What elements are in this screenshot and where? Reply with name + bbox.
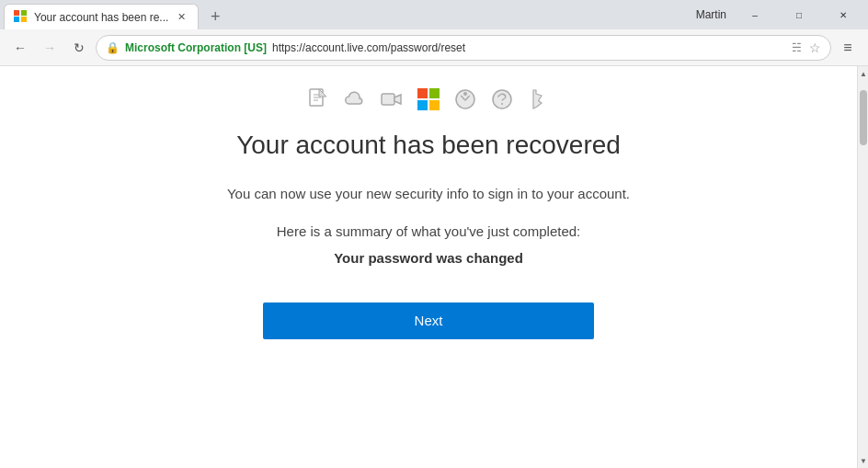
page-heading: Your account has been recovered bbox=[171, 129, 686, 162]
menu-button[interactable]: ≡ bbox=[835, 35, 861, 61]
close-button[interactable]: ✕ bbox=[822, 0, 864, 29]
minimize-button[interactable]: – bbox=[734, 0, 776, 29]
reload-button[interactable]: ↻ bbox=[66, 35, 92, 61]
maximize-button[interactable]: □ bbox=[778, 0, 820, 29]
browser-window: Your account has been re... ✕ + Martin –… bbox=[0, 0, 868, 468]
svg-rect-2 bbox=[382, 94, 394, 105]
url-display: https://account.live.com/password/reset bbox=[272, 41, 786, 54]
cast-icon[interactable]: ☵ bbox=[792, 41, 802, 54]
tab-close-button[interactable]: ✕ bbox=[174, 10, 188, 25]
ms-icons-bar bbox=[307, 66, 550, 129]
svg-point-6 bbox=[493, 90, 511, 108]
scrollbar[interactable]: ▲ ▼ bbox=[857, 66, 868, 468]
svg-marker-3 bbox=[394, 95, 401, 104]
back-button[interactable]: ← bbox=[7, 35, 33, 61]
scroll-down-arrow[interactable]: ▼ bbox=[858, 453, 868, 468]
security-label: Microsoft Corporation [US] bbox=[125, 41, 267, 54]
user-area: Martin bbox=[689, 8, 734, 21]
video-icon bbox=[381, 88, 403, 110]
password-changed-label: Your password was changed bbox=[171, 250, 686, 266]
tab-area: Your account has been re... ✕ + bbox=[4, 0, 689, 29]
window-controls: – □ ✕ bbox=[734, 0, 868, 29]
scroll-thumb[interactable] bbox=[860, 90, 867, 145]
page-area: Your account has been recovered You can … bbox=[0, 66, 868, 468]
next-button[interactable]: Next bbox=[263, 302, 594, 339]
bookmark-icon[interactable]: ☆ bbox=[809, 40, 821, 55]
xbox-icon bbox=[454, 88, 476, 110]
tab-title: Your account has been re... bbox=[34, 11, 168, 24]
windows-logo-icon bbox=[417, 88, 440, 110]
tab-favicon bbox=[14, 10, 29, 25]
cloud-icon bbox=[344, 88, 366, 110]
forward-button[interactable]: → bbox=[37, 35, 63, 61]
description-text: You can now use your new security info t… bbox=[171, 184, 686, 205]
summary-label: Here is a summary of what you've just co… bbox=[171, 223, 686, 239]
active-tab[interactable]: Your account has been re... ✕ bbox=[4, 4, 199, 29]
new-tab-button[interactable]: + bbox=[202, 4, 228, 29]
lock-icon: 🔒 bbox=[106, 41, 120, 54]
scroll-track[interactable] bbox=[858, 81, 868, 453]
title-bar: Your account has been re... ✕ + Martin –… bbox=[0, 0, 868, 29]
skype-icon bbox=[491, 88, 513, 110]
main-content: Your account has been recovered You can … bbox=[134, 129, 723, 339]
navigation-bar: ← → ↻ 🔒 Microsoft Corporation [US] https… bbox=[0, 29, 868, 66]
svg-point-5 bbox=[463, 92, 467, 96]
document-icon bbox=[307, 88, 329, 110]
username-label: Martin bbox=[696, 8, 726, 21]
scroll-up-arrow[interactable]: ▲ bbox=[858, 66, 868, 81]
address-bar[interactable]: 🔒 Microsoft Corporation [US] https://acc… bbox=[96, 35, 831, 61]
page-content: Your account has been recovered You can … bbox=[0, 66, 857, 468]
bing-icon bbox=[528, 88, 550, 110]
